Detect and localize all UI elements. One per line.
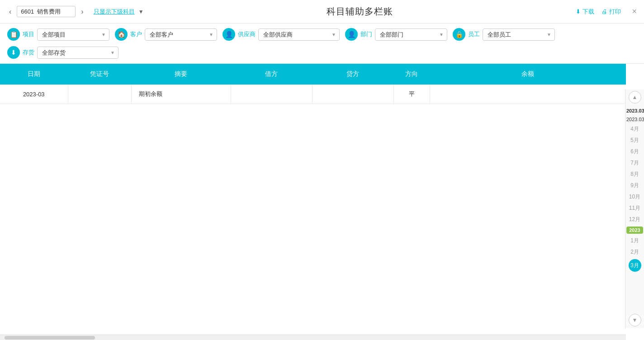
filter-inventory: ⬇ 存货 全部存货	[7, 46, 118, 59]
timeline-month[interactable]: 8月	[625, 169, 644, 180]
timeline-month[interactable]: 5月	[625, 135, 644, 146]
project-icon: 📋	[7, 28, 20, 41]
print-label: 打印	[609, 8, 621, 16]
ledger-table: 日期 凭证号 摘要 借方 贷方 方向 余额 2023-03 期初余额 平	[0, 64, 626, 104]
show-sub-label[interactable]: 只显示下级科目	[94, 8, 135, 16]
timeline-month[interactable]: 2月	[625, 246, 644, 258]
cell-summary: 期初余额	[131, 85, 231, 104]
col-header-direction: 方向	[393, 64, 430, 85]
timeline-active-month[interactable]: 3月	[629, 259, 641, 272]
inventory-select-wrapper: 全部存货	[37, 47, 118, 59]
employee-label: 员工	[468, 30, 480, 38]
filter-row: 📋 项目 全部项目 🏠 客户 全部客户 👤 供应商	[0, 24, 644, 64]
timeline-month[interactable]: 11月	[625, 203, 644, 214]
employee-select[interactable]: 全部员工	[483, 28, 555, 41]
main-container: ‹ › 只显示下级科目 ▼ 科目辅助多栏账 ⬇ 下载 🖨 打印 × 📋 项目	[0, 0, 644, 340]
show-sub-dropdown-icon[interactable]: ▼	[138, 9, 144, 15]
filter-department: 👤 部门 全部部门	[345, 28, 447, 41]
cell-debit	[231, 85, 312, 104]
timeline-header[interactable]: 2023.03	[625, 106, 644, 115]
supplier-icon: 👤	[223, 28, 235, 41]
scroll-bar-thumb[interactable]	[5, 336, 95, 340]
table-header-row: 日期 凭证号 摘要 借方 贷方 方向 余额	[0, 64, 626, 85]
cell-date: 2023-03	[0, 85, 68, 104]
department-icon: 👤	[345, 28, 358, 41]
timeline-month[interactable]: 1月	[625, 235, 644, 246]
toolbar-actions: ⬇ 下载 🖨 打印 ×	[576, 7, 637, 16]
supplier-label: 供应商	[238, 30, 256, 38]
filter-customer: 🏠 客户 全部客户	[115, 28, 217, 41]
col-header-debit: 借方	[231, 64, 312, 85]
next-account-btn[interactable]: ›	[79, 7, 85, 17]
account-code-box	[17, 6, 76, 17]
col-header-voucher: 凭证号	[68, 64, 131, 85]
customer-select[interactable]: 全部客户	[145, 28, 217, 41]
timeline-subheader[interactable]: 2023.03	[625, 115, 644, 123]
customer-icon: 🏠	[115, 28, 128, 41]
project-label: 项目	[23, 30, 34, 38]
cell-credit	[312, 85, 393, 104]
timeline-month[interactable]: 9月	[625, 180, 644, 191]
top-bar: ‹ › 只显示下级科目 ▼ 科目辅助多栏账 ⬇ 下载 🖨 打印 ×	[0, 0, 644, 24]
timeline-up-btn[interactable]: ▲	[629, 91, 641, 104]
filter-employee: 🔒 员工 全部员工	[453, 28, 555, 41]
page-title: 科目辅助多栏账	[147, 5, 573, 18]
download-icon: ⬇	[576, 8, 581, 15]
customer-select-wrapper: 全部客户	[145, 28, 217, 41]
employee-select-wrapper: 全部员工	[483, 28, 555, 41]
close-btn[interactable]: ×	[632, 7, 637, 16]
timeline-month[interactable]: 6月	[625, 146, 644, 157]
col-header-summary: 摘要	[131, 64, 231, 85]
col-header-credit: 贷方	[312, 64, 393, 85]
inventory-label: 存货	[23, 48, 34, 57]
table-row[interactable]: 2023-03 期初余额 平	[0, 85, 626, 104]
timeline-items: 2023.032023.034月5月6月7月8月9月10月11月12月20231…	[625, 105, 644, 312]
table-body: 2023-03 期初余额 平	[0, 85, 626, 104]
filter-project: 📋 项目 全部项目	[7, 28, 109, 41]
cell-balance	[430, 85, 626, 104]
download-btn[interactable]: ⬇ 下载	[576, 8, 594, 16]
cell-direction: 平	[393, 85, 430, 104]
supplier-select[interactable]: 全部供应商	[258, 28, 340, 41]
prev-account-btn[interactable]: ‹	[7, 7, 13, 17]
department-label: 部门	[360, 30, 372, 38]
department-select-wrapper: 全部部门	[375, 28, 447, 41]
timeline: ▲ 2023.032023.034月5月6月7月8月9月10月11月12月202…	[625, 89, 644, 328]
project-select-wrapper: 全部项目	[37, 28, 109, 41]
print-icon: 🖨	[601, 8, 607, 15]
filter-supplier: 👤 供应商 全部供应商	[223, 28, 340, 41]
customer-label: 客户	[130, 30, 142, 38]
timeline-month[interactable]: 10月	[625, 191, 644, 203]
col-header-balance: 余额	[430, 64, 626, 85]
timeline-month[interactable]: 7月	[625, 157, 644, 169]
timeline-month[interactable]: 12月	[625, 214, 644, 225]
department-select[interactable]: 全部部门	[375, 28, 447, 41]
supplier-select-wrapper: 全部供应商	[258, 28, 340, 41]
download-label: 下载	[582, 8, 594, 16]
project-select[interactable]: 全部项目	[37, 28, 109, 41]
timeline-month[interactable]: 4月	[625, 123, 644, 135]
timeline-year-badge[interactable]: 2023	[626, 227, 643, 234]
timeline-down-btn[interactable]: ▼	[629, 314, 641, 326]
col-header-date: 日期	[0, 64, 68, 85]
employee-icon: 🔒	[453, 28, 465, 41]
scroll-bar-area[interactable]	[0, 335, 626, 340]
account-input[interactable]	[17, 6, 76, 17]
table-wrapper: 日期 凭证号 摘要 借方 贷方 方向 余额 2023-03 期初余额 平	[0, 64, 644, 335]
print-btn[interactable]: 🖨 打印	[601, 8, 621, 16]
cell-voucher	[68, 85, 131, 104]
inventory-icon: ⬇	[7, 46, 20, 59]
inventory-select[interactable]: 全部存货	[37, 47, 118, 59]
